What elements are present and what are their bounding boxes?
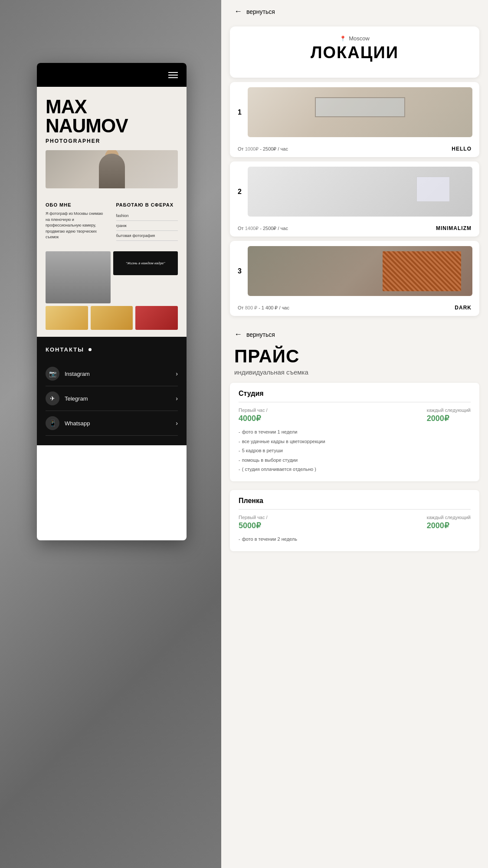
price-film-includes: фото в течении 2 недель bbox=[239, 535, 471, 544]
bio-section: ОБО МНЕ Я фотограф из Москвы снимаю на п… bbox=[37, 195, 187, 248]
price-studio-cols: Первый час / 4000₽ каждый следующий 2000… bbox=[239, 408, 471, 423]
gallery-quote-box: "Жизнь в каждом кадре" bbox=[113, 251, 178, 275]
location-3-number: 3 bbox=[230, 243, 242, 299]
contact-whatsapp[interactable]: 📱 Whatsapp › bbox=[46, 411, 178, 436]
locations-back-nav[interactable]: ← вернуться bbox=[221, 0, 488, 23]
locations-back-label: вернуться bbox=[246, 8, 275, 15]
location-item-3[interactable]: 3 От 800 ₽ - 1 400 ₽ / час DARK bbox=[230, 241, 479, 316]
location-item-3-content: 3 bbox=[230, 241, 479, 301]
contact-telegram[interactable]: ✈ Telegram › bbox=[46, 386, 178, 411]
locations-back-arrow-icon: ← bbox=[234, 7, 242, 16]
instagram-arrow: › bbox=[176, 370, 178, 377]
bio-text: Я фотограф из Москвы снимаю на пленочную… bbox=[46, 211, 108, 240]
location-2-footer: От 1400₽ - 2500₽ / час MINIMALIZM bbox=[230, 222, 479, 237]
price-category-studio: Студия Первый час / 4000₽ каждый следующ… bbox=[230, 383, 479, 481]
whatsapp-icon: 📱 bbox=[46, 416, 59, 430]
price-header: ПРАЙС индивидуальная съемка bbox=[221, 346, 488, 383]
photographer-profession: PHOTOGRAPHER bbox=[46, 138, 178, 144]
location-3-price: От 800 ₽ - 1 400 ₽ / час bbox=[238, 305, 289, 311]
photographer-name-line1: MAX bbox=[46, 97, 178, 116]
location-item-2[interactable]: 2 От 1400₽ - 2500₽ / час MINIMALIZM bbox=[230, 161, 479, 237]
location-2-price-to: 2500₽ bbox=[263, 226, 276, 231]
location-pin-icon: 📍 bbox=[340, 36, 346, 42]
location-item-1[interactable]: 1 От 1000₽ - 2500₽ / час HELLO bbox=[230, 82, 479, 157]
gallery-portrait-img bbox=[46, 251, 111, 303]
price-studio-include-3: 5 кадров в ретуши bbox=[239, 446, 471, 456]
price-category-film: Пленка Первый час / 5000₽ каждый следующ… bbox=[230, 490, 479, 551]
work-tag-3: бытовая фотография bbox=[116, 231, 178, 241]
location-2-image bbox=[248, 167, 472, 217]
price-cat-film-name: Пленка bbox=[239, 497, 471, 510]
gallery-thumb-3 bbox=[135, 306, 178, 330]
contacts-heading-row: КОНТАКТЫ bbox=[46, 346, 178, 353]
location-1-number: 1 bbox=[230, 84, 242, 141]
location-3-per: / час bbox=[279, 305, 289, 310]
hamburger-line-2 bbox=[168, 75, 178, 76]
location-1-footer: От 1000₽ - 2500₽ / час HELLO bbox=[230, 142, 479, 157]
location-2-price: От 1400₽ - 2500₽ / час bbox=[238, 226, 288, 231]
price-film-include-1: фото в течении 2 недель bbox=[239, 535, 471, 544]
gallery-bottom-row bbox=[46, 306, 178, 330]
telegram-arrow: › bbox=[176, 395, 178, 402]
price-studio-first: Первый час / 4000₽ bbox=[239, 408, 268, 423]
price-studio-include-2: все удачные кадры в цветокоррекции bbox=[239, 437, 471, 447]
hamburger-menu[interactable] bbox=[168, 72, 178, 78]
price-studio-includes: фото в течении 1 недели все удачные кадр… bbox=[239, 427, 471, 474]
price-studio-include-1: фото в течении 1 недели bbox=[239, 427, 471, 437]
gallery-section: "Жизнь в каждом кадре" bbox=[37, 248, 187, 337]
hamburger-line-3 bbox=[168, 77, 178, 78]
phone-hero: MAX NAUMOV PHOTOGRAPHER bbox=[37, 87, 187, 195]
price-film-first-label: Первый час / bbox=[239, 515, 268, 520]
location-1-price: От 1000₽ - 2500₽ / час bbox=[238, 146, 288, 152]
phone-header bbox=[37, 63, 187, 87]
price-studio-first-value: 4000₽ bbox=[239, 414, 261, 423]
location-2-number: 2 bbox=[230, 163, 242, 220]
price-studio-first-label: Первый час / bbox=[239, 408, 268, 413]
price-subtitle: индивидуальная съемка bbox=[234, 368, 475, 376]
contacts-section: КОНТАКТЫ 📷 Instagram › ✈ Telegram › 📱 Wh… bbox=[37, 337, 187, 445]
location-3-image bbox=[248, 246, 472, 296]
location-3-price-to: 1 400 ₽ bbox=[262, 305, 278, 310]
location-item-2-content: 2 bbox=[230, 161, 479, 222]
price-film-first: Первый час / 5000₽ bbox=[239, 515, 268, 530]
contact-instagram[interactable]: 📷 Instagram › bbox=[46, 362, 178, 386]
gallery-thumb-2 bbox=[91, 306, 133, 330]
locations-card: 📍 Moscow ЛОКАЦИИ bbox=[230, 26, 479, 78]
price-studio-include-5: ( студия оплачивается отдельно ) bbox=[239, 465, 471, 474]
location-1-price-from: 1000₽ bbox=[245, 146, 259, 151]
price-title: ПРАЙС bbox=[234, 346, 475, 367]
work-tag-2: гранж bbox=[116, 221, 178, 231]
price-film-next-label: каждый следующий bbox=[427, 515, 471, 520]
location-2-name: MINIMALIZM bbox=[436, 225, 472, 231]
whatsapp-label: Whatsapp bbox=[65, 420, 176, 427]
price-back-nav[interactable]: ← вернуться bbox=[221, 323, 488, 346]
bio-heading: ОБО МНЕ bbox=[46, 202, 108, 207]
price-film-next: каждый следующий 2000₽ bbox=[427, 515, 471, 530]
contacts-dot bbox=[88, 348, 92, 351]
location-1-name: HELLO bbox=[452, 146, 472, 152]
location-item-1-content: 1 bbox=[230, 82, 479, 142]
location-1-price-to: 2500₽ bbox=[263, 146, 276, 151]
phone-mockup: MAX NAUMOV PHOTOGRAPHER ОБО МНЕ Я фотогр… bbox=[37, 63, 187, 540]
photographer-portrait bbox=[46, 150, 178, 188]
price-studio-next: каждый следующий 2000₽ bbox=[427, 408, 471, 423]
price-back-label: вернуться bbox=[246, 331, 275, 338]
price-studio-include-4: помощь в выборе студии bbox=[239, 456, 471, 465]
location-1-per: / час bbox=[278, 146, 288, 151]
hamburger-line-1 bbox=[168, 72, 178, 73]
location-3-footer: От 800 ₽ - 1 400 ₽ / час DARK bbox=[230, 301, 479, 316]
instagram-icon: 📷 bbox=[46, 367, 59, 381]
instagram-label: Instagram bbox=[65, 371, 176, 377]
contacts-heading: КОНТАКТЫ bbox=[46, 346, 84, 353]
price-film-next-value: 2000₽ bbox=[427, 521, 449, 530]
works-heading: РАБОТАЮ В СФЕРАХ bbox=[116, 202, 178, 207]
price-cat-studio-name: Студия bbox=[239, 390, 471, 402]
whatsapp-arrow: › bbox=[176, 420, 178, 427]
price-studio-next-value: 2000₽ bbox=[427, 414, 449, 423]
price-studio-next-label: каждый следующий bbox=[427, 408, 471, 413]
gallery-quote-text: "Жизнь в каждом кадре" bbox=[126, 261, 165, 265]
location-city-row: 📍 Moscow bbox=[240, 35, 469, 42]
telegram-label: Telegram bbox=[65, 395, 176, 402]
location-city: Moscow bbox=[349, 35, 370, 42]
location-2-price-from: 1400₽ bbox=[245, 226, 259, 231]
